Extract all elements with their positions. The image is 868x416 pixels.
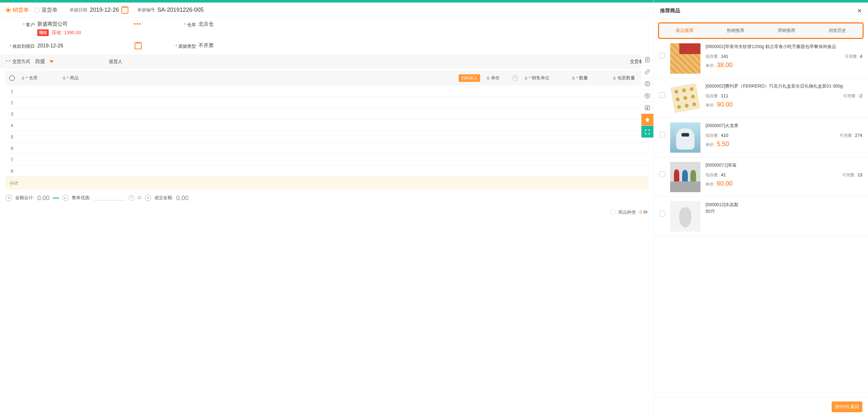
th-price[interactable]: 单价? bbox=[483, 75, 521, 81]
currency-icon: ¥ bbox=[6, 195, 12, 201]
pay-due-value[interactable]: 2019-12-26 bbox=[37, 43, 63, 49]
table-row[interactable]: 2 bbox=[6, 97, 648, 108]
discount-input[interactable] bbox=[94, 195, 125, 200]
gear-icon bbox=[9, 75, 15, 81]
svg-point-1 bbox=[645, 81, 650, 86]
doc-date-value[interactable]: 2019-12-26 bbox=[90, 7, 119, 13]
product-checkbox[interactable] bbox=[659, 53, 665, 59]
chevron-down-icon[interactable] bbox=[50, 60, 54, 63]
deal-value: 0.00 bbox=[176, 194, 188, 202]
warehouse-value[interactable]: 北京仓 bbox=[198, 21, 303, 28]
delivery-value[interactable]: 自提 bbox=[35, 58, 45, 65]
kinds-label: 商品种类 : bbox=[618, 210, 639, 215]
product-checkbox[interactable] bbox=[659, 92, 665, 98]
calendar-icon[interactable] bbox=[121, 7, 128, 13]
rail-swap-icon[interactable] bbox=[641, 78, 653, 90]
product-checkbox[interactable] bbox=[659, 132, 665, 137]
rail-expand-icon[interactable] bbox=[641, 126, 653, 138]
th-product[interactable]: *商品扫码录入 bbox=[59, 74, 483, 82]
tab-return-order[interactable]: 退货单 bbox=[34, 6, 58, 13]
sum-value: 0.00 bbox=[37, 194, 50, 202]
table-row[interactable]: 1 bbox=[6, 86, 648, 97]
invoice-value[interactable]: 不开票 bbox=[198, 42, 303, 49]
customer-label: 客户 bbox=[6, 21, 37, 28]
table-row[interactable]: 6 bbox=[6, 142, 648, 154]
picker-label: 提货人 bbox=[109, 59, 122, 64]
product-name: [0000002]费列罗（FERRERO）巧克力礼盒装生日礼物礼盒装01-300… bbox=[706, 83, 862, 90]
delivery-label: 交货方式 bbox=[12, 59, 30, 64]
recommend-tab[interactable]: 热销推荐 bbox=[710, 23, 761, 38]
tab-sales-order[interactable]: 销货单 bbox=[6, 6, 29, 13]
invoice-label: 票据类型 bbox=[167, 42, 198, 49]
tab-return-label: 退货单 bbox=[41, 6, 58, 13]
settle-badge: 现结 bbox=[37, 29, 49, 36]
close-icon[interactable]: × bbox=[857, 7, 862, 14]
discount-icon: ⌀ bbox=[62, 195, 69, 201]
product-item: [0000002]费列罗（FERRERO）巧克力礼盒装生日礼物礼盒装01-300… bbox=[654, 78, 868, 118]
rail-currency-icon[interactable] bbox=[641, 102, 653, 114]
table-row[interactable]: 5 bbox=[6, 131, 648, 142]
product-item: [0000001]华美华夫软饼1200g 糕点零食小吃手撕面包早餐休闲食品现存量… bbox=[654, 39, 868, 78]
deal-label: 成交金额: bbox=[154, 195, 173, 201]
th-unit[interactable]: *销售单位 bbox=[521, 75, 569, 81]
product-checkbox[interactable] bbox=[659, 211, 665, 217]
customer-value[interactable]: 新盛商贸公司 bbox=[37, 21, 68, 28]
info-icon[interactable]: ? bbox=[129, 195, 134, 201]
doc-no-value: SA-20191226-005 bbox=[157, 7, 204, 13]
subtotal-row: 小计 bbox=[6, 177, 648, 189]
table-row[interactable]: 4 bbox=[6, 120, 648, 131]
recommend-tab[interactable]: 浏览历史 bbox=[812, 23, 863, 38]
product-item: [0000007]火龙果现存量:410可用量:274单价:5.50 bbox=[654, 118, 868, 157]
table-row[interactable]: 7 bbox=[6, 154, 648, 165]
selected-return-button[interactable]: 选中(0) 返回 bbox=[832, 402, 862, 412]
product-thumbnail bbox=[670, 201, 701, 232]
minus-icon bbox=[53, 198, 59, 198]
product-name: [0000007]火龙果 bbox=[706, 122, 862, 129]
scan-input-button[interactable]: 扫码录入 bbox=[459, 74, 480, 82]
kinds-value: 0 bbox=[640, 210, 642, 215]
product-item: [0000012]水晶梨50斤 bbox=[654, 197, 868, 236]
kinds-icon bbox=[610, 210, 616, 215]
rail-star-icon[interactable] bbox=[641, 114, 653, 126]
rail-discount-icon[interactable] bbox=[641, 90, 653, 102]
calendar-icon[interactable] bbox=[135, 42, 142, 49]
deal-icon: ✦ bbox=[145, 195, 151, 201]
customer-picker-icon[interactable]: ••• bbox=[134, 21, 142, 28]
product-checkbox[interactable] bbox=[659, 171, 665, 177]
product-item: [00000071]草莓现存量:41可用量:13单价:60.00 bbox=[654, 157, 868, 197]
radio-icon bbox=[34, 8, 39, 13]
table-row[interactable]: 3 bbox=[6, 108, 648, 120]
doc-date-label: 单据日期 bbox=[69, 7, 87, 13]
rail-note-icon[interactable] bbox=[641, 54, 653, 66]
warehouse-label: 仓库 bbox=[167, 21, 198, 28]
product-name: [0000012]水晶梨50斤 bbox=[706, 201, 862, 215]
product-thumbnail bbox=[670, 162, 701, 192]
recommend-tab[interactable]: 新品推荐 bbox=[659, 23, 710, 38]
th-warehouse[interactable]: *仓库 bbox=[18, 75, 59, 81]
picker-input[interactable] bbox=[127, 59, 191, 64]
doc-no-label: 单据编号 bbox=[137, 7, 155, 13]
amount-due: 应收: 1390.00 bbox=[52, 30, 81, 36]
recommend-tab[interactable]: 滞销推荐 bbox=[761, 23, 812, 38]
discount-label: 整单优惠: bbox=[72, 195, 91, 201]
product-name: [00000071]草莓 bbox=[706, 162, 862, 168]
tab-sales-label: 销货单 bbox=[13, 6, 29, 13]
rail-link-icon[interactable] bbox=[641, 66, 653, 78]
product-thumbnail bbox=[670, 122, 701, 153]
sum-label: 金额合计: bbox=[15, 195, 34, 201]
product-thumbnail bbox=[670, 43, 701, 74]
right-panel-title: 推荐商品 bbox=[660, 8, 680, 14]
th-qty[interactable]: *数量 bbox=[569, 75, 610, 81]
product-name: [0000001]华美华夫软饼1200g 糕点零食小吃手撕面包早餐休闲食品 bbox=[706, 43, 862, 50]
equals-icon: = bbox=[137, 194, 142, 202]
info-icon[interactable]: ? bbox=[513, 75, 518, 81]
radio-icon bbox=[6, 8, 11, 13]
kinds-suffix: 种 bbox=[643, 210, 648, 215]
table-settings-button[interactable] bbox=[6, 75, 18, 81]
table-row[interactable]: 8 bbox=[6, 165, 648, 177]
product-thumbnail bbox=[671, 83, 701, 113]
pay-due-label: 收款到期日 bbox=[6, 42, 37, 49]
